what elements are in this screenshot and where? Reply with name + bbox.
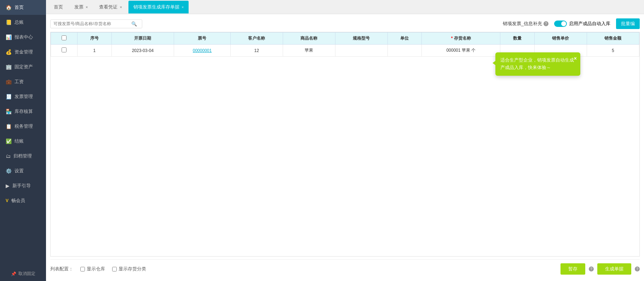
th-date: 开票日期: [111, 33, 174, 45]
settings-icon: ⚙️: [6, 168, 12, 174]
td-checkbox: [51, 45, 77, 57]
batch-button[interactable]: 批量编: [616, 18, 640, 29]
ledger-icon: 📒: [6, 19, 12, 25]
show-category-checkbox[interactable]: [112, 267, 117, 271]
toggle-knob: [561, 21, 566, 26]
td-amount: 5: [587, 45, 639, 57]
tab-voucher[interactable]: 查看凭证 ×: [94, 1, 127, 13]
tab-main[interactable]: 销项发票生成库存单据 ×: [128, 1, 189, 13]
sidebar-item-assets[interactable]: 🏢 固定资产: [0, 59, 46, 74]
th-product: 商品名称: [283, 33, 335, 45]
info-label: 销项发票_信息补充 ?: [503, 21, 548, 27]
th-unit: 单位: [387, 33, 421, 45]
show-warehouse-wrap: 显示仓库: [80, 266, 105, 272]
sidebar-item-inventory[interactable]: 🏪 库存核算: [0, 104, 46, 119]
show-warehouse-checkbox[interactable]: [80, 267, 85, 271]
sidebar-item-guide[interactable]: ▶ 新手引导: [0, 178, 46, 193]
td-customer: 12: [230, 45, 283, 57]
tab-bar: 首页 发票 × 查看凭证 × 销项发票生成库存单据 ×: [46, 0, 644, 14]
settlement-icon: ✅: [6, 138, 12, 144]
toolbar: 🔍 销项发票_信息补充 ? 启用产成品自动入库 批量编: [50, 18, 640, 29]
row-checkbox[interactable]: [62, 47, 67, 52]
tooltip-box: × 适合生产型企业，销项发票自动生成产成品入库，快来体验～: [495, 52, 580, 76]
sidebar-item-settlement[interactable]: ✅ 结账: [0, 134, 46, 149]
tab-invoice-close[interactable]: ×: [86, 5, 88, 9]
save-button[interactable]: 暂存: [560, 263, 585, 275]
sidebar-item-salary[interactable]: 💼 工资: [0, 74, 46, 89]
td-seq: 1: [77, 45, 111, 57]
td-unit: [387, 45, 421, 57]
archive-icon: 🗂: [6, 153, 11, 159]
show-category-wrap: 显示存货分类: [112, 266, 146, 272]
sidebar-item-report[interactable]: 📊 报表中心: [0, 30, 46, 45]
inventory-icon: 🏪: [6, 109, 12, 114]
cancel-pin-btn[interactable]: 📌 取消固定: [0, 268, 46, 280]
sidebar-item-invoice-mgr[interactable]: 🧾 发票管理: [0, 89, 46, 104]
sidebar: 🏠 首页 📒 总账 📊 报表中心 💰 资金管理 🏢 固定资产 💼 工资 🧾 发票…: [0, 0, 46, 281]
td-product: 苹果: [283, 45, 335, 57]
th-checkbox: [51, 33, 77, 45]
bottom-bar: 列表配置： 显示仓库 显示存货分类 暂存 ? 生成单据 ?: [50, 259, 640, 277]
cancel-pin-icon: 📌: [11, 271, 16, 276]
report-icon: 📊: [6, 34, 12, 40]
th-stock-name: 存货名称: [422, 33, 500, 45]
sidebar-item-capital[interactable]: 💰 资金管理: [0, 45, 46, 59]
main-area: 首页 发票 × 查看凭证 × 销项发票生成库存单据 × 🔍 销项发票_信息补充: [46, 0, 644, 281]
info-icon[interactable]: ?: [544, 21, 548, 26]
sidebar-item-archive[interactable]: 🗂 归档管理: [0, 149, 46, 164]
toolbar-right: 销项发票_信息补充 ? 启用产成品自动入库 批量编: [503, 18, 640, 29]
sidebar-item-home[interactable]: 🏠 首页: [0, 0, 46, 15]
guide-icon: ▶: [6, 183, 10, 189]
tooltip-close[interactable]: ×: [574, 55, 577, 62]
tab-voucher-close[interactable]: ×: [120, 5, 122, 9]
th-amount: 销售金额: [587, 33, 639, 45]
th-unit-price: 销售单价: [534, 33, 587, 45]
tab-main-close[interactable]: ×: [182, 5, 184, 9]
sidebar-item-ledger[interactable]: 📒 总账: [0, 15, 46, 30]
tab-invoice[interactable]: 发票 ×: [69, 1, 93, 13]
save-help-icon[interactable]: ?: [589, 266, 594, 271]
search-input[interactable]: [53, 21, 131, 26]
sidebar-item-tax[interactable]: 📋 税务管理: [0, 119, 46, 134]
select-all-checkbox[interactable]: [62, 35, 67, 40]
gen-button[interactable]: 生成单据: [597, 263, 631, 275]
salary-icon: 💼: [6, 79, 12, 85]
bottom-actions: 暂存 ? 生成单据 ?: [560, 263, 640, 275]
td-ticket-no[interactable]: 00000001: [174, 45, 231, 57]
td-spec: [335, 45, 387, 57]
td-stock-name: 000001 苹果 个: [422, 45, 500, 57]
vip-icon: V: [6, 198, 8, 203]
th-qty: 数量: [500, 33, 534, 45]
th-spec: 规格型号: [335, 33, 387, 45]
th-customer: 客户名称: [230, 33, 283, 45]
search-box[interactable]: 🔍: [50, 19, 142, 28]
sidebar-item-settings[interactable]: ⚙️ 设置: [0, 164, 46, 178]
home-icon: 🏠: [6, 5, 12, 10]
assets-icon: 🏢: [6, 64, 12, 70]
th-seq: 序号: [77, 33, 111, 45]
toggle-wrap: 启用产成品自动入库: [554, 21, 610, 27]
tax-icon: 📋: [6, 124, 12, 129]
auto-warehouse-toggle[interactable]: [554, 21, 567, 27]
td-date: 2023-03-04: [111, 45, 174, 57]
gen-help-icon[interactable]: ?: [635, 266, 640, 271]
th-ticket-no: 票号: [174, 33, 231, 45]
capital-icon: 💰: [6, 49, 12, 55]
content-area: 🔍 销项发票_信息补充 ? 启用产成品自动入库 批量编: [46, 14, 644, 281]
sidebar-item-vip[interactable]: V 畅会员: [0, 193, 46, 208]
tab-home[interactable]: 首页: [49, 1, 68, 13]
list-config-label: 列表配置：: [50, 266, 73, 272]
invoice-mgr-icon: 🧾: [6, 94, 12, 99]
search-icon: 🔍: [131, 21, 137, 27]
